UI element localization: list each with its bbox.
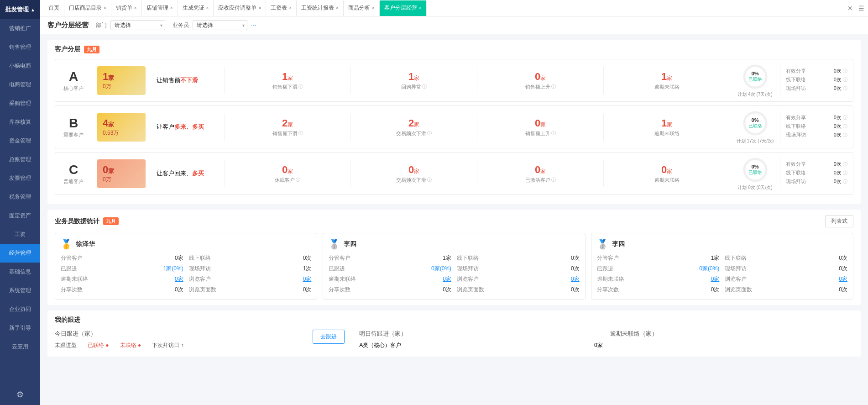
staff-stat-val[interactable]: 0家 [839, 275, 847, 283]
tab-店铺管理[interactable]: 店铺管理× [142, 0, 178, 16]
tab-close-icon[interactable]: × [289, 5, 292, 11]
staff-stat-val[interactable]: 0家 [175, 275, 183, 283]
info-icon[interactable]: ⓘ [843, 77, 847, 82]
settings-icon[interactable]: ⚙ [0, 384, 40, 405]
sidebar-header[interactable]: 批发管理 ▲ [0, 0, 40, 19]
staff-stat-val: 0家 [175, 254, 183, 262]
staff-stat-val[interactable]: 0家 [571, 275, 580, 283]
sidebar-item-经营管理[interactable]: 经营管理 [0, 244, 40, 263]
right-stat-label: 有效分享 [786, 161, 806, 168]
tab-close-icon[interactable]: × [170, 5, 173, 11]
info-icon[interactable]: ⓘ [843, 115, 847, 120]
sidebar-item-税务管理[interactable]: 税务管理 [0, 188, 40, 206]
sidebar-item-采购管理[interactable]: 采购管理 [0, 94, 40, 113]
sidebar-item-发票管理[interactable]: 发票管理 [0, 169, 40, 188]
tab-close-icon[interactable]: × [206, 5, 209, 11]
info-icon[interactable]: ⓘ [843, 124, 847, 129]
info-icon[interactable]: ⓘ [427, 130, 432, 137]
info-icon[interactable]: ⓘ [298, 130, 303, 137]
tab-close-icon[interactable]: × [104, 5, 106, 11]
tab-close-icon[interactable]: × [336, 5, 339, 11]
sidebar-item-基础信息[interactable]: 基础信息 [0, 263, 40, 281]
more-options-icon[interactable]: ··· [251, 21, 256, 29]
staff-stat-val[interactable]: 0家(0%) [431, 265, 451, 273]
staff-stat-label: 逾期未联络 [597, 275, 624, 283]
sidebar-item-库存核算[interactable]: 库存核算 [0, 113, 40, 131]
sidebar-item-营销推广[interactable]: 营销推广 [0, 19, 40, 38]
stat-label: 销售额上升ⓘ [483, 130, 598, 137]
staff-stat-val[interactable]: 0家 [711, 275, 720, 283]
staff-stat-label: 分享次数 [329, 286, 350, 294]
staff-stat-val[interactable]: 0家(0%) [699, 265, 719, 273]
info-icon[interactable]: ⓘ [843, 86, 847, 91]
info-icon[interactable]: ⓘ [296, 177, 300, 183]
info-icon[interactable]: ⓘ [551, 84, 556, 90]
info-icon[interactable]: ⓘ [843, 162, 847, 167]
tab-工资表[interactable]: 工资表× [266, 0, 297, 16]
info-icon[interactable]: ⓘ [843, 179, 847, 184]
staff-stat-val[interactable]: 0家 [443, 275, 451, 283]
sidebar-item-小畅电商[interactable]: 小畅电商 [0, 57, 40, 75]
sidebar-item-企业协同[interactable]: 企业协同 [0, 300, 40, 319]
tab-close-icon[interactable]: × [134, 5, 137, 11]
tomorrow-followup-title: 明日待跟进（家） [359, 330, 602, 338]
tab-客户分层经营[interactable]: 客户分层经营× [380, 0, 427, 16]
staff-stat-val: 0次 [711, 286, 720, 294]
info-icon[interactable]: ⓘ [843, 170, 847, 175]
right-stat-item: 线下联络0次 ⓘ [786, 123, 847, 130]
tab-close-icon[interactable]: × [419, 5, 422, 11]
tab-生成凭证[interactable]: 生成凭证× [178, 0, 214, 16]
tier-stats: 2家销售额下滑ⓘ2家交易频次下滑ⓘ0家销售额上升ⓘ1家逾期未联络 [224, 114, 730, 141]
today-followup-title: 今日跟进（家） [55, 330, 298, 338]
sidebar-item-资金管理[interactable]: 资金管理 [0, 131, 40, 150]
info-icon[interactable]: ⓘ [843, 132, 847, 137]
info-icon[interactable]: ⓘ [551, 177, 556, 183]
staff-card: 🥇徐泽华分管客户0家线下联络0次已跟进1家(0%)现场拜访1次逾期未联络0家浏览… [55, 233, 317, 300]
right-stat-item: 线下联络0次 ⓘ [786, 76, 847, 83]
dept-select[interactable]: 请选择 [110, 20, 165, 30]
sidebar-item-固定资产[interactable]: 固定资产 [0, 206, 40, 225]
tab-prev-icon[interactable]: ✕ [847, 5, 853, 12]
staff-select[interactable]: 请选择 [193, 20, 247, 30]
info-icon[interactable]: ⓘ [427, 177, 432, 183]
go-followup-button[interactable]: 去跟进 [313, 330, 345, 344]
tab-应收应付调整单[interactable]: 应收应付调整单× [214, 0, 266, 16]
right-stat-label: 有效分享 [786, 114, 806, 121]
staff-stat-label: 逾期未联络 [329, 275, 356, 283]
tomorrow-followup-col: 明日待跟进（家） A类（核心）客户 0家 [359, 330, 602, 349]
tab-close-icon[interactable]: × [258, 5, 261, 11]
tab-工资统计报表[interactable]: 工资统计报表× [297, 0, 344, 16]
tab-next-icon[interactable]: ☰ [858, 5, 864, 12]
sidebar-item-云应用[interactable]: 云应用 [0, 337, 40, 356]
tab-门店商品目录[interactable]: 门店商品目录× [64, 0, 111, 16]
info-icon[interactable]: ⓘ [298, 84, 303, 90]
stat-num: 0 [535, 71, 540, 82]
tab-商品分析[interactable]: 商品分析× [344, 0, 380, 16]
sidebar-item-新手引导[interactable]: 新手引导 [0, 319, 40, 337]
sidebar-item-电商管理[interactable]: 电商管理 [0, 75, 40, 94]
stat-label: 销售额下滑ⓘ [230, 130, 345, 137]
sidebar-item-工资[interactable]: 工资 [0, 225, 40, 244]
info-icon[interactable]: ⓘ [551, 130, 556, 137]
sidebar-collapse-icon[interactable]: ▲ [31, 7, 35, 12]
tier-count-num: 4家 [103, 117, 140, 129]
stat-num: 1 [661, 117, 667, 129]
biz-month-badge: 九月 [103, 217, 119, 225]
sidebar-item-总账管理[interactable]: 总账管理 [0, 150, 40, 169]
staff-stat-val[interactable]: 0家 [303, 275, 312, 283]
staff-card: 🥈李四分管客户1家线下联络0次已跟进0家(0%)现场拜访0次逾期未联络0家浏览客… [591, 233, 853, 300]
info-icon[interactable]: ⓘ [843, 68, 847, 74]
tab-首页[interactable]: 首页 [44, 0, 64, 16]
tab-销货单[interactable]: 销货单× [111, 0, 142, 16]
today-row-label3: 未联络 ● [120, 342, 141, 349]
sidebar-item-销售管理[interactable]: 销售管理 [0, 38, 40, 57]
staff-stat-val[interactable]: 1家(0%) [163, 265, 183, 273]
staff-stat-label: 线下联络 [457, 254, 479, 262]
info-icon[interactable]: ⓘ [422, 84, 427, 90]
today-row-label4: 下次拜访日 ↑ [152, 342, 183, 349]
sidebar-item-系统管理[interactable]: 系统管理 [0, 281, 40, 300]
tab-close-icon[interactable]: × [372, 5, 375, 11]
list-view-button[interactable]: 列表式 [825, 215, 853, 227]
stat-item: 2家销售额下滑ⓘ [224, 114, 350, 141]
circle-container: 0% 已联络 计划 0次 (0天/次) [730, 153, 780, 195]
